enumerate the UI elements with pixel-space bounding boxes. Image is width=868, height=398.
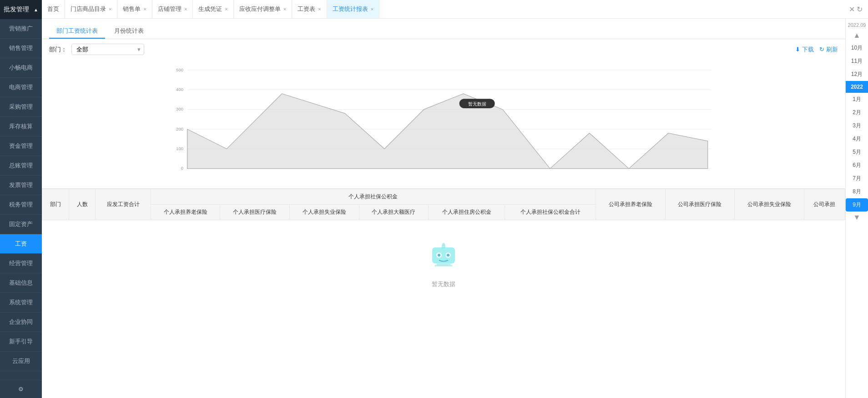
th-p-major-med: 个人承担大额医疗	[359, 205, 429, 220]
rs-month-8[interactable]: 8月	[846, 185, 868, 198]
tab-close-icon[interactable]: ×	[225, 6, 227, 12]
tab-生成凭证[interactable]: 生成凭证×	[193, 0, 233, 18]
sidebar-item-资金管理[interactable]: 资金管理	[0, 136, 42, 156]
toolbar: 部门： 全部 研发部 销售部 财务部 运营部 ⬇ 下载	[42, 39, 845, 60]
tab-应收应付调整单[interactable]: 应收应付调整单×	[234, 0, 292, 18]
sidebar-item-总账管理[interactable]: 总账管理	[0, 156, 42, 176]
dept-select[interactable]: 全部 研发部 销售部 财务部 运营部	[71, 44, 144, 55]
rs-month-3[interactable]: 3月	[846, 119, 868, 132]
right-sidebar: 2022.09 ▲ 10月 11月 12月 2022 1月 2月 3月 4月 5…	[845, 19, 868, 398]
tab-销售单[interactable]: 销售单×	[117, 0, 152, 18]
th-p-housing: 个人承担住房公积金	[429, 205, 505, 220]
data-table: 部门 人数 应发工资合计 个人承担社保公积金 公司承担养老保险 公司承担医疗保险…	[42, 189, 845, 220]
empty-state: 暂无数据	[42, 220, 845, 307]
rs-month-1[interactable]: 1月	[846, 93, 868, 106]
sidebar-item-固定资产[interactable]: 固定资产	[0, 215, 42, 234]
rs-down-btn[interactable]: ▼	[852, 212, 863, 223]
sidebar-item-系统管理[interactable]: 系统管理	[0, 293, 42, 312]
content-area: 部门工资统计表月份统计表 部门： 全部 研发部 销售部 财务部 运营部	[42, 19, 868, 398]
rs-up-btn[interactable]: ▲	[852, 30, 863, 41]
th-p-med: 个人承担医疗保险	[220, 205, 290, 220]
th-count: 人数	[69, 189, 96, 220]
th-personal-group: 个人承担社保公积金	[151, 189, 595, 205]
tab-close-icon[interactable]: ×	[318, 6, 321, 12]
tab-close-icon[interactable]: ×	[371, 6, 373, 12]
th-company-old: 公司承担养老保险	[596, 189, 666, 220]
rs-month-7[interactable]: 7月	[846, 172, 868, 185]
svg-text:300: 300	[176, 106, 183, 111]
sidebar-item-营销推广[interactable]: 营销推广	[0, 19, 42, 39]
sidebar-item-电商管理[interactable]: 电商管理	[0, 78, 42, 97]
main-area: 首页门店商品目录×销售单×店铺管理×生成凭证×应收应付调整单×工资表×工资统计报…	[42, 0, 868, 398]
th-p-total: 个人承担社保公积金合计	[505, 205, 596, 220]
th-total-salary: 应发工资合计	[96, 189, 151, 220]
table-wrapper: 部门 人数 应发工资合计 个人承担社保公积金 公司承担养老保险 公司承担医疗保险…	[42, 188, 845, 398]
sidebar-footer-settings[interactable]: ⚙	[0, 380, 42, 398]
sidebar-item-税务管理[interactable]: 税务管理	[0, 195, 42, 215]
rs-month-2[interactable]: 2月	[846, 106, 868, 119]
no-data-tooltip-group: 暂无数据	[459, 99, 495, 108]
chart-area: 500 400 300 200 100 0	[42, 60, 845, 188]
sidebar-item-基础信息[interactable]: 基础信息	[0, 273, 42, 293]
tab-close-icon[interactable]: ×	[184, 6, 187, 12]
dept-select-wrapper: 全部 研发部 销售部 财务部 运营部	[71, 44, 144, 55]
tab-店铺管理[interactable]: 店铺管理×	[152, 0, 193, 18]
download-btn[interactable]: ⬇ 下载	[795, 45, 814, 54]
rs-month-9[interactable]: 9月	[846, 198, 868, 212]
sub-tab-bar: 部门工资统计表月份统计表	[42, 19, 845, 39]
sidebar-item-企业协同[interactable]: 企业协同	[0, 312, 42, 332]
th-company-unemp: 公司承担失业保险	[735, 189, 804, 220]
sub-tab-部门工资统计表[interactable]: 部门工资统计表	[49, 24, 105, 39]
download-icon: ⬇	[795, 46, 800, 53]
settings-icon: ⚙	[18, 386, 24, 393]
sidebar-item-采购管理[interactable]: 采购管理	[0, 97, 42, 117]
download-label: 下载	[802, 45, 814, 54]
tab-工资表[interactable]: 工资表×	[292, 0, 327, 18]
svg-text:200: 200	[176, 126, 183, 131]
tab-close-all-icon[interactable]: ✕	[849, 5, 855, 14]
svg-text:暂无数据: 暂无数据	[468, 101, 486, 106]
sub-tab-月份统计表[interactable]: 月份统计表	[107, 24, 151, 39]
rs-month-4[interactable]: 4月	[846, 132, 868, 146]
sidebar-title: 批发管理	[4, 5, 29, 14]
sidebar-item-经营管理[interactable]: 经营管理	[0, 254, 42, 273]
rs-month-10[interactable]: 10月	[846, 41, 868, 55]
rs-month-12[interactable]: 12月	[846, 68, 868, 81]
tab-close-icon[interactable]: ×	[109, 6, 111, 12]
svg-point-19	[438, 254, 440, 257]
toolbar-right: ⬇ 下载 ↻ 刷新	[795, 45, 838, 54]
sidebar-item-工资[interactable]: 工资	[0, 234, 42, 254]
th-p-unemp: 个人承担失业保险	[289, 205, 359, 220]
rs-month-6[interactable]: 6月	[846, 159, 868, 172]
tab-门店商品目录[interactable]: 门店商品目录×	[65, 0, 117, 18]
tab-工资统计报表[interactable]: 工资统计报表×	[327, 0, 379, 18]
th-dept: 部门	[42, 189, 69, 220]
sidebar-item-小畅电商[interactable]: 小畅电商	[0, 58, 42, 78]
sidebar: 批发管理 ▲ 营销推广销售管理小畅电商电商管理采购管理库存核算资金管理总账管理发…	[0, 0, 42, 398]
refresh-btn[interactable]: ↻ 刷新	[819, 45, 838, 54]
svg-text:0: 0	[181, 166, 183, 171]
chart-svg-container: 500 400 300 200 100 0	[49, 64, 838, 184]
svg-text:500: 500	[176, 67, 183, 72]
th-company-more: 公司承担	[804, 189, 845, 220]
sidebar-item-新手引导[interactable]: 新手引导	[0, 332, 42, 352]
rs-month-5[interactable]: 5月	[846, 146, 868, 159]
sidebar-item-云应用[interactable]: 云应用	[0, 352, 42, 371]
tab-refresh-icon[interactable]: ↻	[857, 5, 863, 14]
svg-text:100: 100	[176, 146, 183, 151]
rs-year-2022[interactable]: 2022	[846, 81, 868, 93]
tab-close-icon[interactable]: ×	[283, 6, 286, 12]
toolbar-left: 部门： 全部 研发部 销售部 财务部 运营部	[49, 44, 144, 55]
sidebar-header[interactable]: 批发管理 ▲	[0, 0, 42, 19]
rs-month-11[interactable]: 11月	[846, 55, 868, 68]
tab-close-icon[interactable]: ×	[143, 6, 146, 12]
tab-首页[interactable]: 首页	[42, 0, 65, 18]
sidebar-item-销售管理[interactable]: 销售管理	[0, 39, 42, 58]
empty-icon-svg	[425, 238, 462, 275]
refresh-label: 刷新	[826, 45, 838, 54]
sidebar-item-库存核算[interactable]: 库存核算	[0, 117, 42, 136]
svg-point-20	[447, 254, 449, 257]
sidebar-collapse-icon: ▲	[34, 7, 38, 12]
sidebar-item-发票管理[interactable]: 发票管理	[0, 176, 42, 195]
tab-bar-actions: ✕ ↻	[843, 5, 868, 14]
